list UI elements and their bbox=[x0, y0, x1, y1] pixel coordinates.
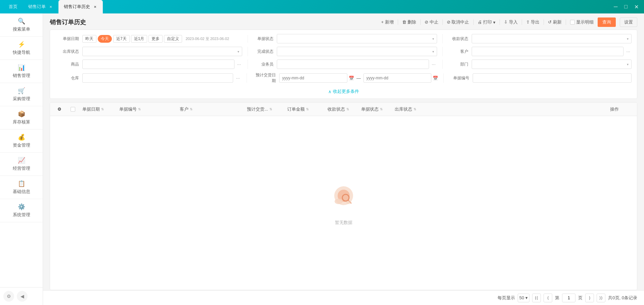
header-checkbox[interactable] bbox=[71, 107, 75, 112]
calendar-start-icon[interactable]: 📅 bbox=[349, 76, 354, 81]
empty-illustration bbox=[327, 181, 360, 214]
tab-sales-history[interactable]: 销售订单历史 ✕ bbox=[58, 0, 103, 13]
date-more-btn[interactable]: 更多 bbox=[148, 35, 163, 43]
date-yesterday-btn[interactable]: 昨天 bbox=[82, 35, 96, 43]
settings-button[interactable]: 设置 bbox=[620, 17, 637, 27]
date-1month-btn[interactable]: 近1月 bbox=[131, 35, 147, 43]
tab-home[interactable]: 首页 bbox=[3, 0, 23, 13]
customer-input[interactable] bbox=[472, 47, 624, 56]
sort-no-icon: ⇅ bbox=[138, 107, 141, 111]
tab-home-label: 首页 bbox=[9, 4, 17, 10]
last-page-btn[interactable]: ⟩⟩ bbox=[597, 294, 605, 302]
first-page-btn[interactable]: ⟨⟨ bbox=[532, 294, 541, 302]
th-no[interactable]: 单据编号 ⇅ bbox=[117, 106, 177, 112]
sidebar-item-sales[interactable]: 📊 销售管理 bbox=[0, 60, 43, 83]
tab-sales-order[interactable]: 销售订单 ✕ bbox=[23, 0, 58, 13]
docno-input[interactable] bbox=[473, 73, 632, 83]
cancel-stop-label: ⊘ 取消中止 bbox=[447, 19, 469, 25]
sidebar: 🔍 搜索菜单 ⚡ 快捷导航 📊 销售管理 🛒 采购管理 📦 库存核算 💰 资金管… bbox=[0, 13, 43, 305]
bottom-bar: 每页显示 50 ▾ ⟨⟨ ⟨ 第 页 ⟩ ⟩⟩ 共0页, 0条记录 bbox=[43, 290, 644, 305]
salesperson-dots[interactable]: ··· bbox=[430, 62, 437, 67]
calendar-end-icon[interactable]: 📅 bbox=[433, 76, 438, 81]
th-delivery[interactable]: 预计交货... ⇅ bbox=[244, 106, 285, 112]
import-button[interactable]: ⇩ 导入 bbox=[504, 19, 518, 25]
sales-icon: 📊 bbox=[18, 64, 25, 71]
cancel-stop-button[interactable]: ⊘ 取消中止 bbox=[447, 19, 469, 25]
svg-point-4 bbox=[335, 199, 343, 204]
pay-status-filter-label: 收款状态 bbox=[448, 36, 472, 42]
stop-button[interactable]: ⊘ 中止 bbox=[425, 19, 438, 25]
sidebar-collapse-btn[interactable]: ◀ bbox=[17, 291, 28, 302]
prev-page-btn[interactable]: ⟨ bbox=[544, 294, 552, 302]
sidebar-item-management[interactable]: 📈 经营管理 bbox=[0, 153, 43, 176]
collapse-btn[interactable]: ∧ 收起更多条件 bbox=[55, 87, 632, 94]
sidebar-item-system[interactable]: ⚙️ 系统管理 bbox=[0, 199, 43, 222]
sidebar-finance-label: 资金管理 bbox=[13, 142, 30, 148]
pay-status-select[interactable]: ▾ bbox=[472, 34, 632, 43]
sidebar-item-basic[interactable]: 📋 基础信息 bbox=[0, 176, 43, 199]
display-detail-checkbox[interactable]: 显示明细 bbox=[570, 19, 594, 25]
goods-filter-label: 商品 bbox=[55, 62, 82, 67]
delivery-end-input[interactable] bbox=[363, 73, 432, 83]
goods-input[interactable] bbox=[82, 60, 234, 69]
sidebar-settings-btn[interactable]: ⚙ bbox=[3, 291, 14, 302]
th-checkbox[interactable] bbox=[66, 107, 80, 112]
refresh-button[interactable]: ↺ 刷新 bbox=[548, 19, 562, 25]
per-page-select[interactable]: 50 ▾ bbox=[518, 294, 529, 302]
date-7days-btn[interactable]: 近7天 bbox=[113, 35, 130, 43]
warehouse-dots[interactable]: ··· bbox=[234, 75, 241, 81]
th-stock-status[interactable]: 出库状态 ⇅ bbox=[392, 106, 426, 112]
window-minimize-btn[interactable]: ─ bbox=[612, 3, 619, 10]
stop-label: ⊘ 中止 bbox=[425, 19, 438, 25]
date-today-btn[interactable]: 今天 bbox=[98, 35, 112, 43]
next-page-btn[interactable]: ⟩ bbox=[585, 294, 594, 302]
th-amount[interactable]: 订单金额 ⇅ bbox=[285, 106, 325, 112]
per-page-label: 每页显示 bbox=[498, 295, 515, 301]
inventory-icon: 📦 bbox=[18, 110, 25, 118]
stockout-select[interactable]: ▾ bbox=[82, 47, 242, 56]
new-button[interactable]: + 新增 bbox=[381, 19, 393, 25]
export-button[interactable]: ⇧ 导出 bbox=[526, 19, 540, 25]
settings-label: 设置 bbox=[624, 19, 633, 25]
page-label: 第 bbox=[555, 295, 559, 301]
th-doc-status-label: 单据状态 bbox=[361, 106, 379, 112]
tab-sales-order-close[interactable]: ✕ bbox=[48, 4, 53, 9]
print-label: 🖨 打印 bbox=[478, 19, 492, 25]
print-button[interactable]: 🖨 打印 ▾ bbox=[478, 19, 496, 25]
window-close-btn[interactable]: ✕ bbox=[632, 3, 641, 11]
delete-label: 🗑 删除 bbox=[402, 19, 417, 25]
sidebar-purchase-label: 采购管理 bbox=[13, 96, 30, 102]
tab-sales-history-close[interactable]: ✕ bbox=[93, 4, 97, 9]
date-range-text: 2023-06-02 至 2023-06-02 bbox=[185, 36, 229, 41]
th-date[interactable]: 单据日期 ⇅ bbox=[80, 106, 117, 112]
goods-dots[interactable]: ··· bbox=[236, 62, 243, 67]
print-dropdown-icon: ▾ bbox=[493, 20, 496, 25]
complete-select[interactable]: ▾ bbox=[277, 47, 437, 56]
salesperson-input[interactable] bbox=[277, 60, 429, 69]
th-pay-status[interactable]: 收款状态 ⇅ bbox=[325, 106, 358, 112]
sidebar-system-label: 系统管理 bbox=[13, 212, 30, 218]
status-select[interactable]: ▾ bbox=[277, 34, 437, 43]
warehouse-input[interactable] bbox=[82, 73, 233, 83]
sidebar-item-purchase[interactable]: 🛒 采购管理 bbox=[0, 83, 43, 106]
date-custom-btn[interactable]: 自定义 bbox=[164, 35, 182, 43]
delivery-start-input[interactable] bbox=[279, 73, 347, 83]
page-suffix: 页 bbox=[578, 295, 583, 301]
th-customer[interactable]: 客户 ⇅ bbox=[177, 106, 244, 112]
window-maximize-btn[interactable]: □ bbox=[622, 3, 630, 10]
query-button[interactable]: 查询 bbox=[598, 17, 616, 27]
status-filter-label: 单据状态 bbox=[253, 36, 277, 42]
dept-select[interactable]: ▾ bbox=[472, 60, 632, 69]
th-settings[interactable]: ⚙ bbox=[53, 107, 66, 112]
sidebar-item-finance[interactable]: 💰 资金管理 bbox=[0, 129, 43, 153]
sidebar-item-search[interactable]: 🔍 搜索菜单 bbox=[0, 13, 43, 37]
filter-row-3: 商品 ··· 业务员 ··· 部门 ▾ bbox=[55, 60, 632, 69]
th-doc-status[interactable]: 单据状态 ⇅ bbox=[358, 106, 392, 112]
page-input[interactable] bbox=[562, 294, 575, 302]
sidebar-item-inventory[interactable]: 📦 库存核算 bbox=[0, 106, 43, 129]
delete-button[interactable]: 🗑 删除 bbox=[402, 19, 417, 25]
warehouse-filter-label: 仓库 bbox=[55, 75, 82, 81]
system-icon: ⚙️ bbox=[18, 203, 25, 211]
customer-dots[interactable]: ··· bbox=[625, 49, 632, 54]
sidebar-item-quicknav[interactable]: ⚡ 快捷导航 bbox=[0, 37, 43, 60]
